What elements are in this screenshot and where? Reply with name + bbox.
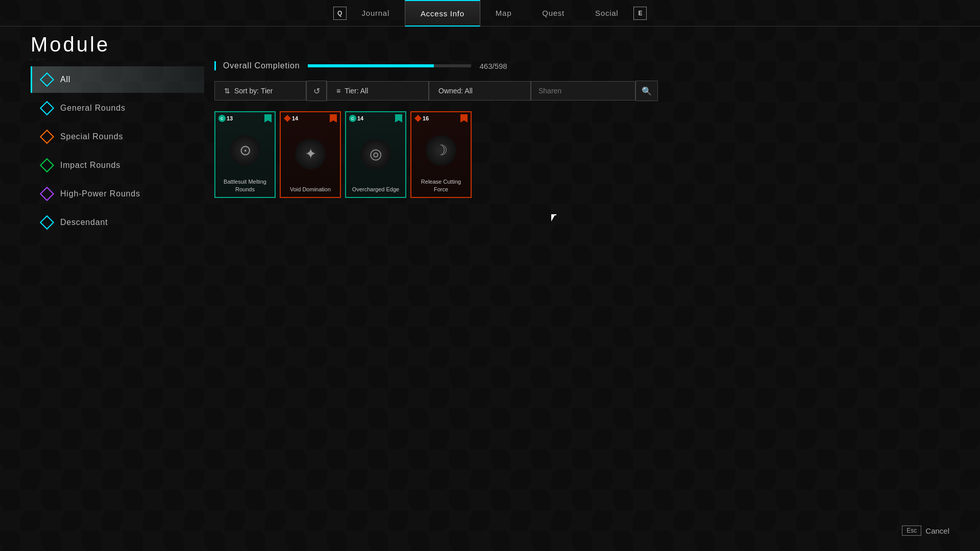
card-icon: ⊙: [230, 135, 260, 166]
nav-item-map[interactable]: Map: [480, 0, 527, 27]
refresh-icon: ↺: [313, 86, 320, 96]
sidebar-item-special-rounds[interactable]: Special Rounds: [31, 123, 204, 150]
sort-label: Sort by: Tier: [234, 87, 273, 95]
card-image-area: ✦: [281, 124, 340, 184]
card-image-area: ⊙: [215, 124, 275, 176]
module-card-1[interactable]: 14 ✦ Void Domination: [280, 111, 341, 198]
nav-item-access-info[interactable]: Access Info: [405, 0, 480, 27]
search-button[interactable]: 🔍: [635, 81, 658, 101]
card-icon: ✦: [295, 139, 326, 169]
card-icon: ☽: [426, 135, 456, 166]
card-icon: ◎: [360, 139, 391, 169]
card-name: Void Domination: [287, 184, 334, 197]
owned-label: Owned: All: [438, 87, 473, 95]
descendant-icon: [41, 216, 53, 229]
card-bookmark: [460, 114, 468, 122]
refresh-button[interactable]: ↺: [306, 81, 327, 101]
card-tier-badge: 14: [284, 115, 298, 122]
card-image-area: ☽: [411, 124, 471, 176]
sidebar-item-high-power-rounds[interactable]: High-Power Rounds: [31, 181, 204, 207]
tier-icon-x: [284, 115, 291, 122]
search-icon: 🔍: [642, 86, 652, 96]
card-bookmark: [330, 114, 337, 122]
card-tier-badge: C 13: [218, 115, 233, 122]
card-name: Release Cutting Force: [411, 176, 471, 197]
tier-filter-button[interactable]: ≡ Tier: All: [327, 81, 429, 101]
title-dots: · · ·: [31, 57, 110, 62]
completion-section: Overall Completion 463/598: [214, 61, 960, 70]
card-top-bar: C 14: [346, 112, 405, 124]
card-tier-badge: 16: [414, 115, 429, 122]
cancel-label: Cancel: [925, 527, 949, 535]
high-power-icon: [41, 188, 53, 200]
tier-icon-x: [414, 115, 422, 122]
sort-icon: ⇅: [224, 87, 230, 95]
tier-icon-c: C: [218, 115, 226, 122]
sidebar: All General Rounds Special Rounds Impact…: [31, 66, 204, 236]
card-tier-num: 13: [227, 115, 233, 121]
sidebar-item-general-rounds[interactable]: General Rounds: [31, 95, 204, 121]
card-bookmark: [395, 114, 402, 122]
nav-key-e: E: [633, 7, 647, 20]
tier-label: Tier: All: [345, 87, 368, 95]
card-tier-badge: C 14: [349, 115, 363, 122]
module-card-2[interactable]: C 14 ◎ Overcharged Edge: [345, 111, 406, 198]
owned-filter-button[interactable]: Owned: All: [429, 81, 531, 101]
filter-bar: ⇅ Sort by: Tier ↺ ≡ Tier: All Owned: All…: [214, 81, 960, 101]
card-top-bar: 14: [281, 112, 340, 124]
search-input[interactable]: [531, 81, 635, 101]
module-card-0[interactable]: C 13 ⊙ Battlesuit Melting Rounds: [214, 111, 276, 198]
tier-icon: ≡: [336, 87, 340, 95]
card-top-bar: C 13: [215, 112, 275, 124]
card-name: Overcharged Edge: [349, 184, 402, 197]
cancel-key: Esc: [902, 525, 921, 536]
sidebar-item-impact-rounds[interactable]: Impact Rounds: [31, 152, 204, 179]
module-card-3[interactable]: 16 ☽ Release Cutting Force: [410, 111, 472, 198]
card-top-bar: 16: [411, 112, 471, 124]
sidebar-item-descendant-label: Descendant: [60, 218, 108, 227]
sidebar-item-general-label: General Rounds: [60, 104, 126, 113]
cards-grid: C 13 ⊙ Battlesuit Melting Rounds 14: [214, 111, 960, 198]
sidebar-item-all-label: All: [60, 75, 70, 84]
completion-count: 463/598: [479, 62, 507, 70]
card-tier-num: 14: [292, 115, 298, 121]
card-tier-num: 14: [357, 115, 363, 121]
completion-bar-background: [308, 64, 471, 67]
sidebar-item-descendant[interactable]: Descendant: [31, 209, 204, 236]
sidebar-item-highpower-label: High-Power Rounds: [60, 189, 140, 198]
general-rounds-icon: [41, 102, 53, 114]
impact-rounds-icon: [41, 159, 53, 171]
nav-item-social[interactable]: Social: [580, 0, 633, 27]
card-tier-num: 16: [423, 115, 429, 121]
sidebar-item-all[interactable]: All: [31, 66, 204, 93]
card-bookmark: [264, 114, 272, 122]
nav-key-q: Q: [333, 7, 347, 20]
all-icon: [41, 73, 53, 86]
page-title: Module · · ·: [31, 33, 110, 62]
sidebar-item-special-label: Special Rounds: [60, 132, 123, 141]
completion-label: Overall Completion: [223, 61, 300, 70]
cursor: [551, 214, 561, 224]
top-nav: Q Journal Access Info Map Quest Social E: [0, 0, 980, 27]
card-name: Battlesuit Melting Rounds: [215, 176, 275, 197]
completion-bar-fill: [308, 64, 433, 67]
tier-icon-c: C: [349, 115, 356, 122]
nav-item-journal[interactable]: Journal: [347, 0, 405, 27]
sidebar-item-impact-label: Impact Rounds: [60, 161, 120, 170]
card-image-area: ◎: [346, 124, 405, 184]
cancel-button[interactable]: Esc Cancel: [902, 525, 949, 536]
nav-item-quest[interactable]: Quest: [527, 0, 580, 27]
right-panel: Overall Completion 463/598 ⇅ Sort by: Ti…: [214, 61, 960, 198]
special-rounds-icon: [41, 131, 53, 143]
sort-filter-button[interactable]: ⇅ Sort by: Tier: [214, 81, 306, 101]
nav-items: Q Journal Access Info Map Quest Social E: [333, 0, 647, 27]
